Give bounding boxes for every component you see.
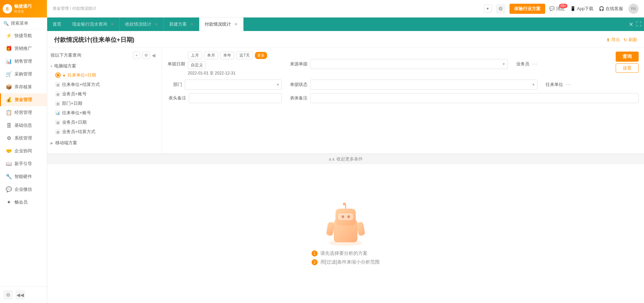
- filter-group-unit: 往来单位 ···: [544, 82, 639, 88]
- maximize-button[interactable]: ⛶: [636, 21, 641, 27]
- filter-group-dept: 部门 ▾: [167, 80, 282, 90]
- empty-hints: 1 请先选择要分析的方案 2 用[过滤]条件来缩小分析范围: [312, 250, 380, 265]
- page-content: 付款情况统计(往来单位+日期) ⬆ 导出 ↻ 刷新 按以下方案查询 ＋: [47, 31, 644, 303]
- tab-cash-flow[interactable]: 现金银行流水查询 ✕: [67, 18, 120, 31]
- icon-unit-settle: ▦: [55, 82, 60, 87]
- scheme-item-staff-date[interactable]: ▦ 业务员+日期: [53, 118, 158, 127]
- hardware-icon: 🔧: [6, 174, 12, 180]
- scheme-item-staff-settle[interactable]: ▦ 业务员+结算方式: [53, 127, 158, 137]
- robot-body: [330, 209, 361, 242]
- sidebar-footer: ⚙ ◀◀: [0, 286, 47, 303]
- scheme-item-dept-date[interactable]: ▦ 部门+日期: [53, 99, 158, 108]
- date-more-btn[interactable]: 更多: [255, 52, 267, 59]
- hint-num-1: 1: [312, 250, 318, 256]
- sidebar-item-vip[interactable]: ✦ 畅会员: [0, 196, 47, 209]
- receipt-status-select[interactable]: ▾: [310, 80, 537, 90]
- scheme-item-unit-settle[interactable]: ▦ 往来单位+结算方式: [53, 80, 158, 89]
- sidebar-item-inventory[interactable]: 📦 库存核算: [0, 81, 47, 93]
- sidebar: 6 畅捷通巧 标准版 🔍 搜索菜单 ⚡ 快捷导航 🎁 营销推广 📊 销售管理 🛒…: [0, 0, 47, 303]
- sidebar-item-enterprise[interactable]: 🤝 企业协同: [0, 145, 47, 157]
- sidebar-item-finance[interactable]: 💰 资金管理: [0, 93, 47, 106]
- app-download-button[interactable]: 📱 App下载: [570, 6, 593, 12]
- tab-receipts[interactable]: 收款情况统计 ✕: [120, 18, 164, 31]
- export-button[interactable]: ⬆ 导出: [606, 37, 620, 43]
- sidebar-item-quick-nav[interactable]: ⚡ 快捷导航: [0, 29, 47, 42]
- sidebar-item-guide[interactable]: 📖 新手引导: [0, 157, 47, 170]
- source-select[interactable]: ▾: [310, 59, 508, 69]
- desktop-scheme-section-toggle[interactable]: ▾ 电脑端方案: [51, 62, 158, 70]
- query-actions: 查询 设置: [616, 52, 639, 73]
- tab-payment-stats-close[interactable]: ✕: [234, 22, 238, 27]
- message-button[interactable]: 💬 消息 99+: [549, 6, 565, 12]
- wechat-icon: 💬: [6, 186, 12, 192]
- topbar-gear-button[interactable]: ⚙: [496, 4, 505, 13]
- settings-footer-button[interactable]: ⚙: [3, 290, 13, 300]
- sidebar-item-hardware[interactable]: 🔧 智能硬件: [0, 170, 47, 183]
- topbar-right-actions: 💬 消息 99+ 📱 App下载 🎧 在线客服 Rit: [549, 4, 639, 14]
- date-last-month-btn[interactable]: 上月: [188, 52, 202, 59]
- page-header-actions: ⬆ 导出 ↻ 刷新: [606, 37, 637, 43]
- mobile-scheme-section-toggle[interactable]: ▶ 移动端方案: [51, 139, 158, 147]
- scheme-item-unit-acct[interactable]: 📊 往来单位+账号: [53, 108, 158, 118]
- scheme-item-unit-date[interactable]: ● 往来单位+日期: [53, 70, 158, 80]
- scheme-item-staff-acct[interactable]: ▦ 业务员+账号: [53, 89, 158, 99]
- topbar: 资金管理 / 付款情况统计 ▾ ⚙ 体验行业方案 💬 消息 99+ 📱 App下…: [47, 0, 644, 18]
- scheme-settings-button[interactable]: ⚙: [142, 52, 150, 59]
- body-note-input[interactable]: [310, 93, 639, 103]
- icon-unit-acct: 📊: [55, 111, 60, 115]
- tab-cash-flow-close[interactable]: ✕: [111, 22, 114, 27]
- query-button[interactable]: 查询: [616, 52, 639, 62]
- inventory-icon: 📦: [6, 84, 12, 90]
- sidebar-item-sales[interactable]: 📊 销售管理: [0, 55, 47, 68]
- purchase-icon: 🛒: [6, 71, 12, 77]
- enterprise-icon: 🤝: [6, 148, 12, 154]
- sidebar-item-system[interactable]: ⚙ 系统管理: [0, 132, 47, 145]
- finance-icon: 💰: [6, 97, 12, 103]
- headset-icon: 🎧: [599, 6, 604, 11]
- close-all-tabs-button[interactable]: ✕: [629, 21, 633, 28]
- tabbar-actions: ✕ ⛶: [626, 18, 644, 31]
- tab-payment-stats[interactable]: 付款情况统计 ✕: [199, 18, 243, 31]
- sidebar-item-operation[interactable]: 📋 经营管理: [0, 106, 47, 119]
- collapse-scheme-button[interactable]: ◀: [152, 53, 155, 58]
- trial-button[interactable]: 体验行业方案: [509, 4, 545, 14]
- sidebar-item-wechat[interactable]: 💬 企业微信: [0, 183, 47, 196]
- refresh-icon: ↻: [623, 37, 627, 42]
- filter-group-source: 来源单据 ▾: [289, 59, 508, 69]
- scheme-item-icon-unit-date: ●: [63, 73, 65, 78]
- unit-ellipsis-button[interactable]: ···: [566, 82, 571, 88]
- breadcrumb-dropdown-button[interactable]: ▾: [484, 5, 492, 13]
- source-select-arrow-icon: ▾: [503, 62, 505, 66]
- collapse-sidebar-button[interactable]: ◀◀: [16, 290, 25, 300]
- filter-group-body-note: 表体备注: [289, 93, 639, 103]
- sidebar-item-purchase[interactable]: 🛒 采购管理: [0, 68, 47, 81]
- collapse-more-bar[interactable]: ∧∧ 收起更多条件: [47, 154, 644, 164]
- scheme-panel: 按以下方案查询 ＋ ⚙ ◀ ▾ 电脑端方案: [47, 48, 162, 153]
- empty-hint-1: 1 请先选择要分析的方案: [312, 250, 380, 256]
- setting-button[interactable]: 设置: [616, 63, 639, 73]
- filter-area: 按以下方案查询 ＋ ⚙ ◀ ▾ 电脑端方案: [47, 48, 644, 154]
- online-service-button[interactable]: 🎧 在线客服: [599, 6, 623, 12]
- date-this-month-btn[interactable]: 本月: [204, 52, 218, 59]
- icon-dept-date: ▦: [55, 101, 60, 106]
- filter-group-header-note: 表头备注: [167, 93, 282, 103]
- sidebar-item-basic[interactable]: 🗄 基础信息: [0, 119, 47, 132]
- date-last-7days-btn[interactable]: 近7天: [236, 52, 253, 59]
- sidebar-item-marketing[interactable]: 🎁 营销推广: [0, 42, 47, 55]
- user-avatar[interactable]: Rit: [628, 4, 639, 14]
- tab-home[interactable]: 首页: [47, 18, 67, 31]
- search-menu[interactable]: 🔍 搜索菜单: [0, 18, 47, 29]
- tab-new-scheme-close[interactable]: ✕: [190, 22, 194, 27]
- date-this-year-btn[interactable]: 本年: [220, 52, 234, 59]
- refresh-button[interactable]: ↻ 刷新: [623, 37, 637, 43]
- dept-select[interactable]: ▾: [185, 80, 282, 90]
- logo-icon: 6: [3, 4, 12, 13]
- tab-receipts-close[interactable]: ✕: [155, 22, 158, 27]
- tab-new-scheme[interactable]: 新建方案 ✕: [164, 18, 199, 31]
- add-scheme-button[interactable]: ＋: [133, 52, 140, 59]
- date-custom-btn[interactable]: 自定义: [188, 61, 206, 69]
- header-note-input[interactable]: [189, 93, 282, 103]
- guide-icon: 📖: [6, 161, 12, 167]
- export-icon: ⬆: [606, 37, 610, 42]
- staff-ellipsis-button[interactable]: ···: [532, 61, 537, 67]
